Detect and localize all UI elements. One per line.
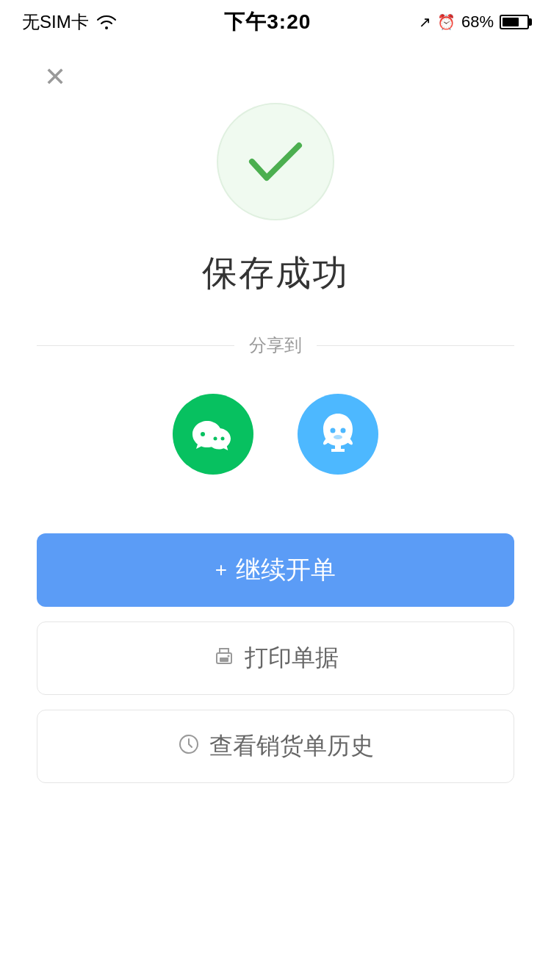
success-circle — [217, 103, 334, 220]
continue-order-button[interactable]: + 继续开单 — [37, 533, 514, 607]
svg-rect-8 — [220, 657, 228, 662]
wifi-icon — [96, 15, 117, 29]
status-right-group: ↗ ⏰ 68% — [419, 12, 529, 32]
close-icon: ✕ — [44, 62, 66, 93]
share-qq-button[interactable] — [298, 394, 378, 475]
svg-point-0 — [201, 432, 205, 436]
share-icons — [173, 394, 378, 475]
history-button-label: 查看销货单历史 — [209, 730, 374, 763]
action-buttons: + 继续开单 打印单据 查看销货单历史 — [37, 533, 514, 783]
location-icon: ↗ — [419, 13, 431, 31]
svg-point-3 — [221, 437, 225, 441]
share-divider: 分享到 — [0, 334, 551, 357]
svg-point-6 — [334, 435, 342, 439]
battery-icon — [500, 15, 529, 29]
main-content: 保存成功 分享到 — [0, 44, 551, 783]
history-icon — [177, 732, 201, 761]
svg-point-2 — [214, 437, 217, 441]
history-button[interactable]: 查看销货单历史 — [37, 710, 514, 783]
print-button-label: 打印单据 — [245, 642, 339, 674]
close-button[interactable]: ✕ — [37, 59, 73, 96]
print-button[interactable]: 打印单据 — [37, 621, 514, 695]
battery-percent: 68% — [461, 12, 494, 32]
svg-point-9 — [228, 655, 230, 657]
qq-icon — [317, 411, 359, 458]
svg-point-4 — [331, 428, 336, 433]
status-time: 下午3:20 — [224, 8, 311, 36]
share-wechat-button[interactable] — [173, 394, 253, 475]
continue-button-label: 继续开单 — [236, 553, 336, 587]
plus-icon: + — [215, 558, 227, 582]
share-label: 分享到 — [234, 334, 317, 357]
checkmark-icon — [246, 140, 305, 184]
carrier-info: 无SIM卡 — [22, 10, 117, 34]
carrier-text: 无SIM卡 — [22, 10, 89, 34]
alarm-icon: ⏰ — [437, 13, 455, 31]
battery-fill — [503, 18, 519, 26]
print-icon — [212, 644, 236, 673]
success-title: 保存成功 — [202, 250, 349, 297]
svg-point-5 — [341, 428, 346, 433]
status-bar: 无SIM卡 下午3:20 ↗ ⏰ 68% — [0, 0, 551, 44]
wechat-icon — [191, 415, 235, 453]
